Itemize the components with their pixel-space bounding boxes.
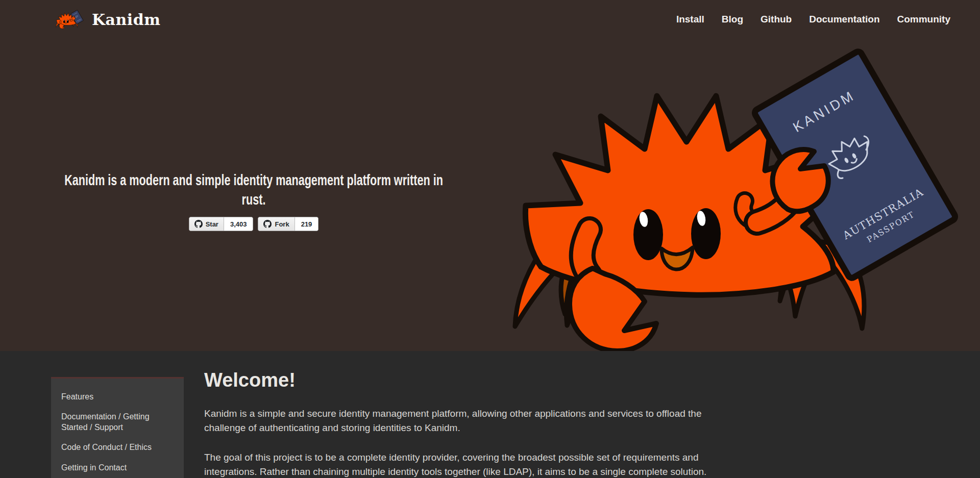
- github-buttons-row: Star 3,403 Fork 219: [0, 217, 565, 231]
- welcome-section: Features Documentation / Getting Started…: [0, 351, 980, 478]
- crab-mascot-illustration: [503, 45, 962, 351]
- goal-paragraph: The goal of this project is to be a comp…: [204, 450, 745, 478]
- fork-label: Fork: [275, 220, 289, 228]
- sidebar-item-documentation[interactable]: Documentation / Getting Started / Suppor…: [61, 412, 175, 433]
- brand[interactable]: Kanidm: [55, 10, 160, 29]
- sidebar-item-features[interactable]: Features: [61, 392, 175, 402]
- github-fork-button[interactable]: Fork 219: [258, 217, 318, 231]
- page-title: Welcome!: [204, 369, 745, 391]
- top-navbar: Kanidm Install Blog Github Documentation…: [0, 0, 980, 39]
- nav-link-documentation[interactable]: Documentation: [809, 14, 879, 25]
- sidebar: Features Documentation / Getting Started…: [51, 377, 184, 478]
- nav-link-github[interactable]: Github: [761, 14, 792, 25]
- nav-link-blog[interactable]: Blog: [722, 14, 743, 25]
- star-label-segment: Star: [189, 217, 224, 231]
- nav-link-install[interactable]: Install: [676, 14, 704, 25]
- main-content: Welcome! Kanidm is a simple and secure i…: [204, 369, 745, 478]
- sidebar-item-code-of-conduct[interactable]: Code of Conduct / Ethics: [61, 442, 175, 452]
- kanidm-crab-logo-icon: [55, 10, 84, 29]
- hero-headline-line1: Kanidm is a modern and simple identity m…: [64, 171, 443, 188]
- nav-link-community[interactable]: Community: [897, 14, 951, 25]
- fork-label-segment: Fork: [258, 217, 295, 231]
- hero-section: Kanidm Install Blog Github Documentation…: [0, 0, 980, 351]
- fork-count: 219: [295, 217, 318, 231]
- github-star-button[interactable]: Star 3,403: [189, 217, 254, 231]
- hero-headline: Kanidm is a modern and simple identity m…: [30, 170, 478, 209]
- star-count: 3,403: [224, 217, 253, 231]
- intro-paragraph: Kanidm is a simple and secure identity m…: [204, 407, 745, 435]
- nav-links: Install Blog Github Documentation Commun…: [676, 14, 950, 25]
- sidebar-item-getting-in-contact[interactable]: Getting in Contact: [61, 463, 175, 473]
- github-octocat-icon: [263, 220, 272, 228]
- hero-copy: Kanidm is a modern and simple identity m…: [0, 170, 565, 231]
- kanidm-homepage: Kanidm Install Blog Github Documentation…: [0, 0, 980, 478]
- brand-name: Kanidm: [92, 11, 160, 29]
- hero-headline-line2: rust.: [242, 191, 266, 208]
- star-label: Star: [206, 220, 218, 228]
- github-octocat-icon: [194, 220, 203, 228]
